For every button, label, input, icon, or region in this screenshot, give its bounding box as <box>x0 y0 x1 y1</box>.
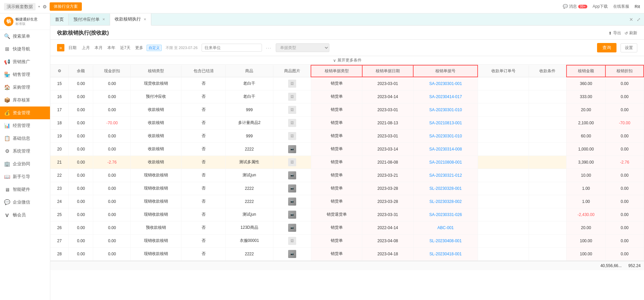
cell-product-img: 📷 <box>273 221 311 234</box>
cell-bill-report-no[interactable]: ABC-001 <box>413 221 478 234</box>
filter-toggle-btn[interactable]: » <box>57 44 64 51</box>
sidebar-item-marketing[interactable]: 📢 营销推广 <box>0 55 50 68</box>
cell-bill-report-no[interactable]: SA-20230331-026 <box>413 208 478 221</box>
sidebar-item-hardware[interactable]: 🖥 智能硬件 <box>0 183 50 196</box>
date-7days[interactable]: 近7天 <box>119 44 132 51</box>
cell-writeoff-type: 现销收款核销 <box>131 208 181 221</box>
cell-include-settled: 否 <box>181 90 225 103</box>
sidebar-item-quick-nav[interactable]: ⊞ 快捷导航 <box>0 43 50 55</box>
cell-id: 16 <box>50 90 69 103</box>
sidebar-item-basic[interactable]: 📋 基础信息 <box>0 132 50 145</box>
logo-text: 畅捷通好生意 <box>15 17 38 22</box>
cell-cash-discount: 0.00 <box>93 77 131 90</box>
table-row: 27 0.00 0.00 现销收款核销 否 衣服00001 🖼 销货单 2023… <box>50 234 644 247</box>
sidebar-item-wechat[interactable]: 💬 企业微信 <box>0 196 50 209</box>
sidebar-item-label: 智能硬件 <box>13 186 30 192</box>
cell-bill-report-no[interactable]: SA-20210808-001 <box>413 156 478 169</box>
cell-bill-report-no[interactable]: SL-20230328-002 <box>413 195 478 208</box>
cell-bill-report-no[interactable]: SA-20230301-010 <box>413 103 478 116</box>
cell-bill-report-no[interactable]: SL-20230408-001 <box>413 234 478 247</box>
message-btn[interactable]: 💬 消息 99+ <box>563 4 587 9</box>
cell-bill-report-no[interactable]: SA-20230321-012 <box>413 169 478 182</box>
cell-writeoff-type: 现货收款核销 <box>131 77 181 90</box>
refresh-btn[interactable]: ↺ 刷新 <box>625 30 637 36</box>
cell-bill-report-no[interactable]: SA-20230314-008 <box>413 142 478 156</box>
table-row: 28 0.00 0.00 现销收款核销 否 2222 📷 销货单 2023-04… <box>50 247 644 260</box>
sidebar-item-inventory[interactable]: 📦 库存核算 <box>0 94 50 106</box>
date-custom[interactable]: 自定义 <box>147 45 162 51</box>
cell-writeoff-discount: 0.00 <box>605 182 644 195</box>
table-area[interactable]: ⚙ 余额 现金折扣 核销类型 包含已结清 商品 商品图片 核销单据类型 核销单据… <box>50 65 644 300</box>
cell-id: 27 <box>50 234 69 247</box>
sidebar-item-label: 系统管理 <box>13 148 30 154</box>
cell-writeoff-type: 现销收款核销 <box>131 234 181 247</box>
cell-writeoff-discount: 0.00 <box>605 221 644 234</box>
cell-id: 21 <box>50 156 69 169</box>
expand-more-btn[interactable]: ∨ 展开更多条件 <box>333 57 362 63</box>
col-gear[interactable]: ⚙ <box>50 65 69 77</box>
cell-bill-report-type: 销货单 <box>311 234 362 247</box>
cell-bill-report-no[interactable]: SA-20230414-017 <box>413 90 478 103</box>
sidebar-item-operations[interactable]: 📊 经营管理 <box>0 119 50 132</box>
cell-product-img: 📷 <box>273 182 311 195</box>
tab-home[interactable]: 首页 <box>50 14 69 25</box>
chevron-down-icon[interactable]: ▾ <box>38 5 40 8</box>
main-layout: 畅 畅捷通好生意 标准版 🔍 搜索菜单 ⊞ 快捷导航 📢 营销推广 🏪 销售管理… <box>0 13 644 300</box>
tab-prepay[interactable]: 预付冲应付单 ✕ <box>69 14 110 25</box>
top-bar-right: 💬 消息 99+ App下载 在线客服 Rit <box>563 4 640 9</box>
col-product: 商品 <box>225 65 273 77</box>
date-this-year[interactable]: 本年 <box>106 44 117 51</box>
settings-btn[interactable]: 设置 <box>621 43 637 52</box>
cell-bill-report-no[interactable]: SA-20210813-001 <box>413 116 478 129</box>
cell-bill-report-no[interactable]: SL-20230328-001 <box>413 182 478 195</box>
sidebar-item-system[interactable]: ⚙ 系统管理 <box>0 145 50 158</box>
tab-close-icon[interactable]: ✕ <box>144 17 146 21</box>
col-bill-report-type: 核销单据类型 <box>311 65 362 77</box>
cell-writeoff-amount: 10.00 <box>567 169 605 182</box>
cell-writeoff-amount: 20.00 <box>567 221 605 234</box>
app-download-btn[interactable]: App下载 <box>593 4 608 9</box>
cell-bill-report-date: 2023-03-28 <box>362 195 414 208</box>
user-avatar[interactable]: Rit <box>635 4 640 9</box>
query-btn[interactable]: 查询 <box>597 43 616 52</box>
date-prev-month[interactable]: 上月 <box>80 44 91 51</box>
tab-collection[interactable]: 收款核销执行 ✕ <box>110 13 151 26</box>
online-service-btn[interactable]: 在线客服 <box>613 4 629 9</box>
cell-collect-order-no <box>478 116 529 129</box>
cell-bill-report-date: 2023-03-28 <box>362 182 414 195</box>
date-more[interactable]: 更多 <box>134 44 145 51</box>
sidebar-item-label: 营销推广 <box>13 59 30 65</box>
cell-collect-condition <box>529 221 567 234</box>
cell-cash-discount: 0.00 <box>93 142 131 156</box>
bill-type-select[interactable]: 单据类型 <box>276 43 329 52</box>
cell-bill-report-no[interactable]: SL-20230418-001 <box>413 247 478 260</box>
cell-writeoff-amount: 1.00 <box>567 195 605 208</box>
tab-close-all-icon[interactable]: ✕ <box>629 16 634 23</box>
date-this-month[interactable]: 本月 <box>93 44 104 51</box>
tab-bar: 首页 预付冲应付单 ✕ 收款核销执行 ✕ ✕ ⤢ <box>50 13 644 26</box>
sidebar-item-enterprise[interactable]: 🏢 企业协同 <box>0 158 50 170</box>
export-btn[interactable]: ⬆ 导出 <box>608 30 621 36</box>
tab-close-icon[interactable]: ✕ <box>102 17 105 21</box>
sidebar-item-finance[interactable]: 💰 资金管理 <box>0 106 50 119</box>
tab-prepay-label: 预付冲应付单 <box>73 16 100 23</box>
cell-product-img: 🖼 <box>273 77 311 90</box>
sidebar-item-guide[interactable]: 📖 新手引导 <box>0 170 50 183</box>
cell-bill-report-no[interactable]: SA-20230301-010 <box>413 129 478 142</box>
sidebar-item-member[interactable]: V 畅会员 <box>0 209 50 221</box>
sidebar-item-purchase[interactable]: 🏠 采购管理 <box>0 81 50 94</box>
top-bar-left: 演示账套数据 ▾ ⚙ 体验行业方案 <box>4 2 560 11</box>
cell-bill-report-no[interactable]: SA-20230301-001 <box>413 77 478 90</box>
from-unit-input[interactable] <box>202 44 262 52</box>
filter-dots: ··· <box>266 45 272 50</box>
cell-bill-report-date: 2021-08-13 <box>362 116 414 129</box>
cell-include-settled: 否 <box>181 77 225 90</box>
cell-id: 19 <box>50 129 69 142</box>
gear-icon[interactable]: ⚙ <box>43 4 47 9</box>
cell-writeoff-amount: 100.00 <box>567 234 605 247</box>
trial-btn[interactable]: 体验行业方案 <box>50 2 82 11</box>
sidebar-item-search[interactable]: 🔍 搜索菜单 <box>0 30 50 43</box>
sidebar-item-sales[interactable]: 🏪 销售管理 <box>0 68 50 81</box>
cell-collect-order-no <box>478 234 529 247</box>
tab-expand-icon[interactable]: ⤢ <box>636 16 641 23</box>
